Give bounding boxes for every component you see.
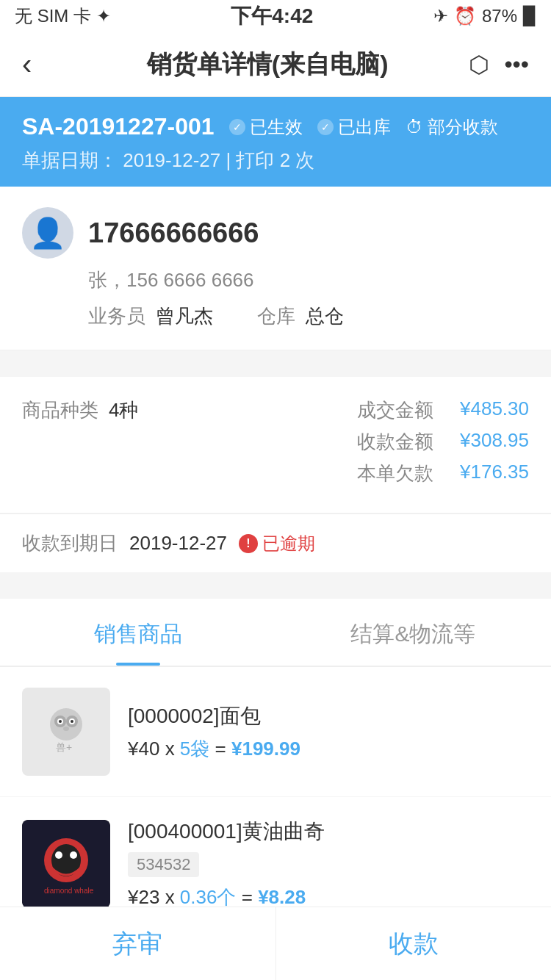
debt-amount: ¥176.35 <box>448 461 529 486</box>
status-time: 下午4:42 <box>231 2 313 30</box>
product-thumb-1: 兽+ <box>22 688 110 776</box>
check-icon-1: ✓ <box>229 119 245 135</box>
battery-icon: ▉ <box>523 6 536 26</box>
overdue-label: 已逾期 <box>262 532 315 555</box>
svg-point-13 <box>70 851 77 859</box>
product-name-2: [000400001]黄油曲奇 <box>128 818 529 846</box>
cancel-button[interactable]: 弃审 <box>0 907 276 980</box>
food-thumb-icon: diamond whale <box>22 820 110 908</box>
customer-meta: 业务员 曾凡杰 仓库 总仓 <box>22 303 529 329</box>
price-x-1: x <box>165 738 180 760</box>
price-total-2: ¥8.28 <box>258 886 306 908</box>
tab-settlement[interactable]: 结算&物流等 <box>276 599 551 666</box>
status-partial: ⏱ 部分收款 <box>406 115 498 139</box>
list-item: 兽+ [0000002]面包 ¥40 x 5袋 = ¥199.99 <box>0 667 551 797</box>
deal-amount: ¥485.30 <box>448 397 529 423</box>
collect-button[interactable]: 收款 <box>276 907 552 980</box>
tab-sales-products-label: 销售商品 <box>94 621 182 646</box>
divider-1 <box>0 350 551 364</box>
svg-point-0 <box>50 708 82 741</box>
sim-indicator: 无 SIM 卡 ✦ <box>15 4 111 28</box>
svg-point-5 <box>59 720 62 723</box>
nav-bar: ‹ 销货单详情(来自电脑) ⬡ ••• <box>0 32 551 97</box>
summary-section: 商品种类 4种 成交金额 ¥485.30 收款金额 ¥308.95 本单欠款 ¥… <box>0 377 551 514</box>
customer-section: 👤 17666666666 张，156 6666 6666 业务员 曾凡杰 仓库… <box>0 187 551 350</box>
deal-amount-label: 成交金额 <box>357 397 433 423</box>
tabs: 销售商品 结算&物流等 <box>0 599 551 667</box>
print-info: | 打印 2 次 <box>226 149 314 171</box>
status-active-label: 已生效 <box>250 115 303 139</box>
svg-point-12 <box>55 851 62 859</box>
status-right: ✈ ⏰ 87% ▉ <box>433 6 536 26</box>
battery-level: 87% <box>482 6 517 26</box>
location-icon: ✈ <box>433 6 448 26</box>
product-tag-2: 534532 <box>128 852 199 877</box>
svg-point-7 <box>63 727 69 731</box>
svg-text:兽+: 兽+ <box>56 741 72 753</box>
price-eq-1: = <box>215 738 231 760</box>
price-x-2: x <box>165 886 180 908</box>
warehouse-label: 仓库 <box>257 303 295 329</box>
price-eq-2: = <box>242 886 258 908</box>
amounts: 成交金额 ¥485.30 收款金额 ¥308.95 本单欠款 ¥176.35 <box>357 397 529 492</box>
sales-rep-value: 曾凡杰 <box>156 303 213 329</box>
price-base-1: ¥40 <box>128 738 159 760</box>
category-label: 商品种类 <box>22 397 98 423</box>
bottom-bar: 弃审 收款 <box>0 907 551 980</box>
status-active: ✓ 已生效 <box>229 115 303 139</box>
divider-2 <box>0 572 551 586</box>
received-amount-label: 收款金额 <box>357 429 433 455</box>
svg-text:diamond whale: diamond whale <box>44 887 94 895</box>
status-partial-label: 部分收款 <box>428 115 498 139</box>
tab-sales-products[interactable]: 销售商品 <box>0 599 276 666</box>
status-bar: 无 SIM 卡 ✦ 下午4:42 ✈ ⏰ 87% ▉ <box>0 0 551 32</box>
customer-phone: 17666666666 <box>88 217 259 249</box>
product-name-1: [0000002]面包 <box>128 702 529 730</box>
category-count: 4种 <box>109 397 138 423</box>
check-icon-2: ✓ <box>317 119 334 135</box>
sales-rep-label: 业务员 <box>88 303 145 329</box>
warehouse: 仓库 总仓 <box>257 303 344 329</box>
status-shipped: ✓ 已出库 <box>317 115 391 139</box>
price-total-1: ¥199.99 <box>231 738 300 760</box>
clock-icon: ⏱ <box>406 117 423 137</box>
warehouse-value: 总仓 <box>306 303 344 329</box>
due-label: 收款到期日 <box>22 530 118 556</box>
price-qty-2: 0.36个 <box>180 886 237 908</box>
order-date-row: 单据日期： 2019-12-27 | 打印 2 次 <box>22 148 529 173</box>
tab-settlement-label: 结算&物流等 <box>350 621 475 646</box>
product-info-2: [000400001]黄油曲奇 534532 ¥23 x 0.36个 = ¥8.… <box>128 818 529 910</box>
page-title: 销货单详情(来自电脑) <box>147 48 389 82</box>
product-price-1: ¥40 x 5袋 = ¥199.99 <box>128 736 529 762</box>
nav-actions: ⬡ ••• <box>469 51 529 79</box>
debt-amount-label: 本单欠款 <box>357 461 433 486</box>
svg-point-6 <box>71 720 73 723</box>
overdue-badge: ! 已逾期 <box>239 532 315 555</box>
status-shipped-label: 已出库 <box>338 115 391 139</box>
customer-name: 张，156 6666 6666 <box>22 267 529 293</box>
back-button[interactable]: ‹ <box>22 48 66 81</box>
due-date-value: 2019-12-27 <box>129 532 227 555</box>
date-label: 单据日期： <box>22 149 118 171</box>
product-thumb-2: diamond whale <box>22 820 110 908</box>
share-icon[interactable]: ⬡ <box>469 51 489 79</box>
owl-icon: 兽+ <box>37 702 96 761</box>
sales-rep: 业务员 曾凡杰 <box>88 303 213 329</box>
person-icon: 👤 <box>29 216 66 251</box>
alarm-icon: ⏰ <box>454 6 476 26</box>
order-date: 2019-12-27 <box>123 149 220 171</box>
price-qty-1: 5袋 <box>180 738 209 760</box>
status-left: 无 SIM 卡 ✦ <box>15 4 111 28</box>
overdue-icon: ! <box>239 534 258 553</box>
received-amount: ¥308.95 <box>448 429 529 455</box>
product-info-1: [0000002]面包 ¥40 x 5袋 = ¥199.99 <box>128 702 529 762</box>
order-number: SA-20191227-001 <box>22 113 215 140</box>
price-base-2: ¥23 <box>128 886 159 908</box>
due-date-section: 收款到期日 2019-12-27 ! 已逾期 <box>0 514 551 572</box>
products-section: 兽+ [0000002]面包 ¥40 x 5袋 = ¥199.99 <box>0 667 551 932</box>
avatar: 👤 <box>22 207 73 259</box>
more-icon[interactable]: ••• <box>504 51 529 78</box>
order-header: SA-20191227-001 ✓ 已生效 ✓ 已出库 ⏱ 部分收款 单据日期：… <box>0 97 551 187</box>
